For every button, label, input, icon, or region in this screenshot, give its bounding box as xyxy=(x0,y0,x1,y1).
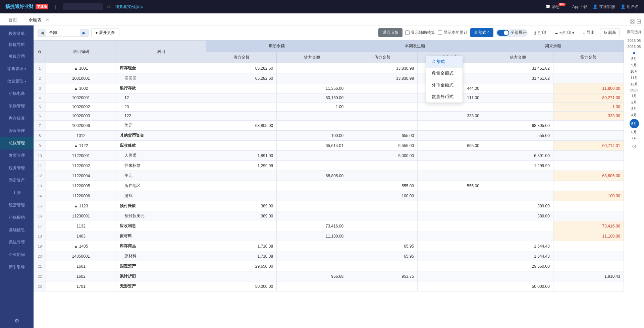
sidebar-item-ledger[interactable]: 总账管理 xyxy=(0,137,34,149)
sidebar-item-report[interactable]: 小畅报销 xyxy=(0,211,34,224)
subject-name-cell[interactable]: 原材料 xyxy=(116,251,206,261)
subject-name-cell[interactable]: 累计折旧 xyxy=(116,271,206,281)
month-11[interactable]: 11月 xyxy=(630,75,638,81)
content-area: ◀ ▶ ▾ 展开更多 退回旧版 显示辅助核算 显示本年累计 xyxy=(34,25,624,328)
search-bar[interactable] xyxy=(63,3,103,10)
sidebar-item-coop[interactable]: 企业协同 xyxy=(0,249,34,261)
month-2[interactable]: 2月 xyxy=(631,99,637,106)
sidebar-item-guide[interactable]: 新手引导 xyxy=(0,261,34,273)
sidebar-item-retail[interactable]: 零售管理 ▾ xyxy=(0,63,34,75)
month-12[interactable]: 12月 xyxy=(630,81,638,87)
show-year-total-check[interactable]: 显示本年累计 xyxy=(438,30,468,36)
subject-name-cell[interactable]: 银行存款 xyxy=(116,83,206,93)
subject-name-cell[interactable]: 美元 xyxy=(116,121,206,131)
sidebar-item-wholesale[interactable]: 批发管理 ▾ xyxy=(0,75,34,87)
tab-balance[interactable]: 余额表 ✕ xyxy=(23,15,55,25)
sidebar-search[interactable]: 搜索菜单 xyxy=(0,28,34,39)
sidebar-item-assets[interactable]: 固定资产 xyxy=(0,174,34,187)
month-9[interactable]: 9月 xyxy=(631,62,637,68)
month-4[interactable]: 4月 xyxy=(631,112,637,118)
open-credit-cell: 68,805.00 xyxy=(277,171,347,181)
dropdown-item-foreign-amount[interactable]: 外币金额式 xyxy=(426,79,463,91)
sidebar-item-capital[interactable]: 资金管理 xyxy=(0,125,34,137)
forward-arrow-btn[interactable]: ▶ xyxy=(80,29,88,37)
notification-btn[interactable]: 💬 消息99+ xyxy=(545,4,567,10)
sidebar-item-system[interactable]: 系统管理 xyxy=(0,236,34,249)
sidebar-item-project[interactable]: 项目合同 xyxy=(0,50,34,63)
row-num: 6 xyxy=(34,112,46,121)
search-input[interactable] xyxy=(46,29,80,37)
subject-name-cell[interactable]: 12 xyxy=(116,93,206,103)
current-debit-header: 借方金额 xyxy=(347,52,418,63)
sidebar-item-operation[interactable]: 经营管理 xyxy=(0,199,34,211)
sidebar-settings-icon[interactable]: ⚙ xyxy=(14,318,19,324)
month-1[interactable]: 1月 xyxy=(631,93,637,99)
subject-name-cell[interactable]: 预付款美元 xyxy=(116,211,206,221)
close-all-btn[interactable]: ⊠ ⊟ xyxy=(630,18,641,25)
month-6[interactable]: 6月 xyxy=(631,129,637,135)
sidebar-item-purchase[interactable]: 采购管理 xyxy=(0,100,34,112)
expand-all-toggle[interactable]: 全部展开 xyxy=(496,29,528,37)
expand-more-btn[interactable]: ▾ 展开更多 xyxy=(91,28,119,37)
table-row: 12 11220004 美元 68,805.00 68,805.00 xyxy=(34,171,624,181)
cloud-print-btn[interactable]: ☁ 云打印 ▾ xyxy=(551,28,577,37)
user-avatar[interactable]: 👤 用户名 xyxy=(621,4,639,10)
sidebar-item-basic[interactable]: 基础信息 xyxy=(0,224,34,236)
close-debit-cell xyxy=(483,231,553,241)
subject-name-cell[interactable]: 库存商品 xyxy=(116,241,206,251)
tab-home[interactable]: 首页 xyxy=(3,15,23,25)
subject-name-cell[interactable]: 应收账款 xyxy=(116,141,206,151)
settings-col-header[interactable]: ⚙ xyxy=(34,41,46,63)
sidebar-item-invoice[interactable]: 发票管理 xyxy=(0,149,34,162)
dropdown-item-qty-amount[interactable]: 数量金额式 xyxy=(426,68,463,79)
month-8[interactable]: 8月 xyxy=(631,56,637,62)
back-old-version-btn[interactable]: 退回旧版 xyxy=(378,28,402,37)
show-assistant-check[interactable]: 显示辅助核算 xyxy=(405,30,435,36)
refresh-btn[interactable]: ↻ 刷新 xyxy=(600,28,620,37)
subject-header: 科目 xyxy=(116,41,206,63)
subject-name-cell[interactable]: 往来标签 xyxy=(116,161,206,171)
subject-name-cell[interactable]: 原材料 xyxy=(116,231,206,241)
month-10[interactable]: 10月 xyxy=(630,68,638,75)
subject-name-cell[interactable]: 无形资产 xyxy=(116,281,206,291)
month-5-active[interactable]: 5月 xyxy=(630,119,639,128)
subject-name-cell[interactable]: 其他货币资金 xyxy=(116,131,206,141)
subject-name-cell[interactable]: 预付账款 xyxy=(116,201,206,211)
subject-name-cell[interactable]: 回回回 xyxy=(116,73,206,83)
tab-close-icon[interactable]: ✕ xyxy=(46,17,49,22)
sidebar-item-tax[interactable]: 税务管理 xyxy=(0,162,34,174)
subject-name-cell[interactable]: 固定资产 xyxy=(116,261,206,271)
subject-name-cell[interactable]: 人民币 xyxy=(116,151,206,161)
print-btn[interactable]: 🖨 打印 xyxy=(530,28,549,37)
dropdown-item-qty-foreign[interactable]: 数量外币式 xyxy=(426,91,463,103)
amount-type-btn[interactable]: 金额式 ^ xyxy=(470,28,493,37)
sidebar-item-inventory[interactable]: 库存核算 xyxy=(0,112,34,125)
nav-up-icon[interactable]: ▲ xyxy=(632,50,637,56)
subject-name-cell[interactable]: 美元 xyxy=(116,171,206,181)
back-arrow-btn[interactable]: ◀ xyxy=(38,29,46,37)
dropdown-item-amount[interactable]: 金额式 xyxy=(426,56,463,68)
subject-name-cell[interactable]: 应收利息 xyxy=(116,221,206,231)
cur-credit-cell xyxy=(418,281,483,291)
subject-name-cell[interactable]: 游戏 xyxy=(116,191,206,201)
subject-name-cell[interactable]: 122 xyxy=(116,112,206,121)
toggle-switch[interactable] xyxy=(497,30,509,36)
nav-down-icon[interactable]: ⊙ xyxy=(632,143,636,149)
sidebar-quick-nav[interactable]: 快捷导航 xyxy=(0,39,34,50)
table-row: 5 10020002 23 1.00 1.00 xyxy=(34,103,624,112)
app-download-btn[interactable]: App下载 xyxy=(572,4,587,10)
subject-code-cell: 11220005 xyxy=(46,181,116,191)
online-service-btn[interactable]: 👤 在线客服 xyxy=(593,4,615,10)
sidebar-item-shop[interactable]: 小畅电商 xyxy=(0,87,34,100)
open-credit-cell xyxy=(277,281,347,291)
export-btn[interactable]: ⤓ 导出 xyxy=(580,28,597,37)
subject-name-cell[interactable]: 库存现金 xyxy=(116,63,206,73)
sidebar-item-salary[interactable]: 工资 xyxy=(0,187,34,199)
subject-name-cell[interactable]: 23 xyxy=(116,103,206,112)
subject-name-cell[interactable]: 所在地区 xyxy=(116,181,206,191)
month-7[interactable]: 7月 xyxy=(631,135,637,142)
settings-icon-top[interactable]: ⚙ xyxy=(107,4,111,9)
month-3[interactable]: 3月 xyxy=(631,106,637,112)
table-row: 21 1601 固定资产 29,650.00 29,650.00 xyxy=(34,261,624,271)
demo-link[interactable]: 我要看实例演示 xyxy=(115,4,143,10)
